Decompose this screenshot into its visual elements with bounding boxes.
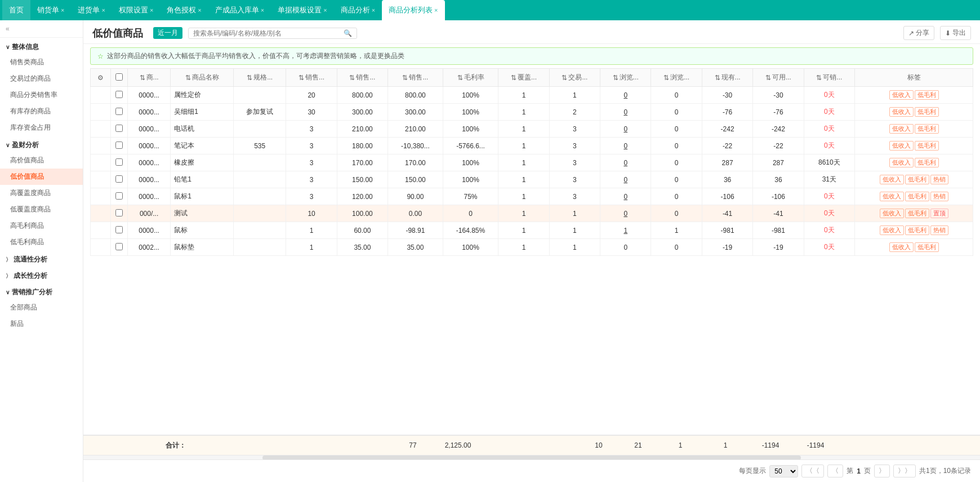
nav-tab-rolepermissions[interactable]: 角色授权 × [160,0,208,20]
sort-icon-spec[interactable]: ⇅ [247,74,252,82]
sort-icon-salesqty[interactable]: ⇅ [299,74,304,82]
browse1[interactable]: 0 [600,171,651,188]
row-checkbox-cell[interactable] [111,121,128,138]
sort-icon-available[interactable]: ⇅ [765,74,771,82]
sidebar-item-traded-products[interactable]: 交易过的商品 [0,70,83,87]
nav-home[interactable]: 首页 [2,0,30,20]
nav-tab-purchaseorder[interactable]: 进货单 × [71,0,112,20]
row-checkbox[interactable] [115,226,123,233]
close-productanalysis-icon[interactable]: × [372,7,375,14]
sidebar-item-high-profit[interactable]: 高毛利商品 [0,218,83,234]
row-checkbox[interactable] [115,158,123,166]
browse1-link[interactable]: 0 [623,142,627,150]
sidebar-item-stock-products[interactable]: 有库存的商品 [0,103,83,120]
sort-icon-browse1[interactable]: ⇅ [613,74,618,82]
sidebar-item-category-sales-rate[interactable]: 商品分类销售率 [0,87,83,103]
col-settings[interactable]: ⚙ [91,69,111,87]
sidebar-item-high-value[interactable]: 高价值商品 [0,152,83,169]
sidebar-item-capital-occupation[interactable]: 库存资金占用 [0,120,83,136]
per-page-select[interactable]: 50 100 200 [769,465,798,477]
sidebar-group-financial[interactable]: ∨盈财分析 [0,136,83,152]
sidebar-item-all-products[interactable]: 全部商品 [0,299,83,316]
row-checkbox-cell[interactable] [111,222,128,239]
browse1-link[interactable]: 0 [623,108,627,116]
sort-icon-grossrate[interactable]: ⇅ [457,74,463,82]
browse1-link[interactable]: 0 [623,210,627,218]
sort-icon-stock[interactable]: ⇅ [715,74,720,82]
gear-icon[interactable]: ⚙ [97,74,104,82]
sidebar-collapse-button[interactable]: « [3,25,12,33]
browse1-link[interactable]: 0 [623,193,627,201]
next-page-button[interactable]: 〉 [874,465,890,477]
row-checkbox[interactable] [115,125,123,132]
sidebar-item-new-products[interactable]: 新品 [0,316,83,332]
row-checkbox-cell[interactable] [111,205,128,222]
browse1[interactable]: 1 [600,222,651,239]
row-checkbox[interactable] [115,108,123,115]
row-checkbox-cell[interactable] [111,138,128,154]
search-input[interactable] [193,29,341,37]
sidebar-group-marketing[interactable]: ∨营销推广分析 [0,283,83,299]
browse1[interactable]: 0 [600,121,651,138]
nav-tab-salesorder[interactable]: 销货单 × [30,0,71,20]
browse1[interactable]: 0 [600,188,651,205]
close-productinbound-icon[interactable]: × [261,7,264,14]
row-checkbox-cell[interactable] [111,188,128,205]
sort-icon-saleable[interactable]: ⇅ [816,74,822,82]
row-checkbox[interactable] [115,209,123,216]
share-button[interactable]: ↗ 分享 [903,26,934,40]
browse1[interactable]: 0 [600,154,651,171]
row-checkbox[interactable] [115,91,123,98]
browse1-link[interactable]: 1 [623,227,627,235]
sidebar-item-sales-products[interactable]: 销售类商品 [0,54,83,70]
sort-icon-trade[interactable]: ⇅ [562,74,567,82]
row-checkbox-cell[interactable] [111,87,128,104]
sidebar-item-low-value[interactable]: 低价值商品 [0,169,83,185]
sort-icon[interactable]: ⇅ [140,74,145,82]
export-button[interactable]: ⬇ 导出 [940,26,971,40]
row-checkbox[interactable] [115,141,123,149]
close-productanalysislist-icon[interactable]: × [434,7,438,14]
row-checkbox-cell[interactable] [111,154,128,171]
sort-icon-salesamt[interactable]: ⇅ [349,74,355,82]
row-checkbox-cell[interactable] [111,239,128,256]
sidebar-item-low-coverage[interactable]: 低覆盖度商品 [0,201,83,218]
prev-page-button[interactable]: 〈 [827,465,843,477]
sidebar-item-high-coverage[interactable]: 高覆盖度商品 [0,185,83,201]
sort-icon-name[interactable]: ⇅ [185,74,191,82]
sort-icon-salesgross[interactable]: ⇅ [402,74,408,82]
row-checkbox[interactable] [115,175,123,183]
nav-tab-templateconfig[interactable]: 单据模板设置 × [271,0,333,20]
col-select-all[interactable] [111,69,128,87]
browse1-link[interactable]: 0 [623,176,627,184]
browse1[interactable]: 0 [600,104,651,121]
row-checkbox-cell[interactable] [111,104,128,121]
nav-tab-productanalysislist[interactable]: 商品分析列表 × [382,0,444,20]
sidebar-group-overview[interactable]: ∨整体信息 [0,38,83,54]
select-all-checkbox[interactable] [115,73,123,81]
row-checkbox-cell[interactable] [111,171,128,188]
browse1-link[interactable]: 0 [623,125,627,133]
row-checkbox[interactable] [115,243,123,250]
close-salesorder-icon[interactable]: × [61,7,64,14]
sidebar-group-growth[interactable]: 〉成长性分析 [0,267,83,283]
sidebar-group-circulation[interactable]: 〉流通性分析 [0,250,83,267]
search-icon[interactable]: 🔍 [344,29,352,37]
close-permissions-icon[interactable]: × [150,7,153,14]
browse1[interactable]: 0 [600,138,651,154]
close-templateconfig-icon[interactable]: × [323,7,327,14]
browse1-link[interactable]: 0 [623,159,627,167]
horizontal-scrollbar[interactable] [83,455,980,459]
sidebar-item-low-profit[interactable]: 低毛利商品 [0,234,83,250]
close-rolepermissions-icon[interactable]: × [198,7,201,14]
sort-icon-coverage[interactable]: ⇅ [511,74,516,82]
first-page-button[interactable]: 〈〈 [801,465,824,477]
browse1-link[interactable]: 0 [623,91,627,99]
last-page-button[interactable]: 〉〉 [893,465,916,477]
browse1[interactable]: 0 [600,87,651,104]
nav-tab-permissions[interactable]: 权限设置 × [112,0,160,20]
nav-tab-productinbound[interactable]: 产成品入库单 × [208,0,271,20]
sort-icon-browse2[interactable]: ⇅ [663,74,669,82]
period-button[interactable]: 近一月 [153,27,182,39]
browse1[interactable]: 0 [600,205,651,222]
